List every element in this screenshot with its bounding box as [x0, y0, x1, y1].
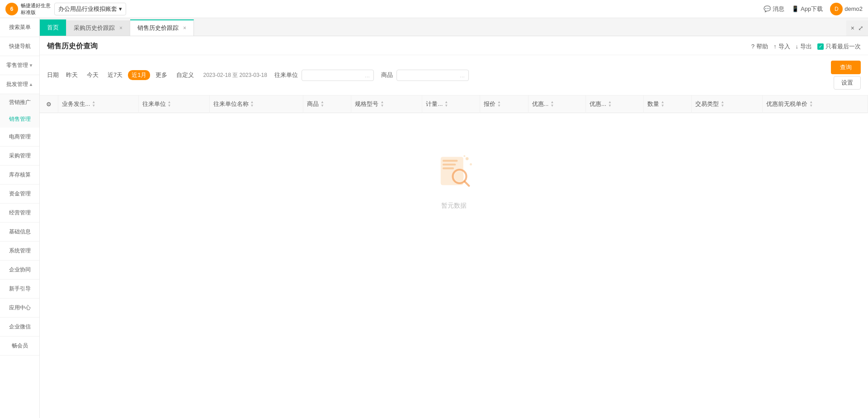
app-download-btn[interactable]: 📱 App下载	[792, 5, 823, 13]
svg-point-8	[470, 163, 472, 166]
sidebar-item-system[interactable]: 系统管理	[0, 242, 39, 261]
sidebar-item-finance[interactable]: 资金管理	[0, 185, 39, 204]
sidebar-item-enterprise[interactable]: 企业协同	[0, 261, 39, 280]
date-label: 日期	[47, 71, 59, 79]
message-btn[interactable]: 💬 消息	[764, 5, 784, 13]
sidebar-item-wechat[interactable]: 企业微信	[0, 318, 39, 337]
header-right: 💬 消息 📱 App下载 D demo2	[764, 3, 863, 15]
sort-icon: ▲▼	[92, 100, 95, 108]
date-range-display: 2023-02-18 至 2023-03-18	[203, 71, 267, 79]
tab-home[interactable]: 首页	[40, 19, 66, 36]
sidebar-item-quicknav[interactable]: 快捷导航	[0, 37, 39, 56]
goods-filter-group: 商品 ...	[381, 70, 469, 81]
date-opt-more[interactable]: 更多	[152, 70, 171, 80]
close-purchase-tab-icon[interactable]: ×	[119, 25, 123, 31]
chevron-down-icon: ▾	[119, 5, 122, 12]
th-counterpart-name[interactable]: 往来单位名称 ▲▼	[209, 95, 303, 113]
tab-sales-history[interactable]: 销售历史价跟踪 ×	[130, 19, 194, 36]
th-goods[interactable]: 商品 ▲▼	[303, 95, 351, 113]
sidebar-item-appstore[interactable]: 应用中心	[0, 299, 39, 318]
top-header: 6 畅捷通好生意 标准版 办公用品行业模拟账套 ▾ 💬 消息 📱 App下载 D…	[0, 0, 868, 18]
maximize-tab-btn[interactable]: ⤢	[858, 24, 863, 32]
workspace-dropdown[interactable]: 办公用品行业模拟账套 ▾	[54, 3, 126, 15]
chevron-up-icon: ▲	[29, 82, 33, 87]
date-opt-custom[interactable]: 自定义	[173, 70, 198, 80]
svg-rect-1	[443, 160, 458, 162]
date-opt-yesterday[interactable]: 昨天	[62, 70, 81, 80]
sort-icon: ▲▼	[550, 100, 554, 108]
only-last-checkbox[interactable]: ✓ 只看最后一次	[817, 43, 861, 51]
chevron-down-icon: ▼	[29, 63, 33, 68]
sort-icon: ▲▼	[380, 100, 384, 108]
settings-button[interactable]: 设置	[834, 76, 861, 90]
help-btn[interactable]: ? 帮助	[751, 43, 768, 51]
sidebar-item-search[interactable]: 搜索菜单	[0, 18, 39, 37]
sidebar-item-ecommerce[interactable]: 电商管理	[0, 128, 39, 147]
checkbox-icon: ✓	[817, 43, 824, 50]
date-opt-1month[interactable]: 近1月	[128, 70, 150, 80]
sidebar-item-inventory[interactable]: 库存核算	[0, 166, 39, 185]
sort-icon: ▲▼	[721, 100, 724, 108]
page-title: 销售历史价查询	[47, 42, 98, 51]
date-opt-7days[interactable]: 近7天	[104, 70, 126, 80]
counterpart-filter-group: 往来单位 ...	[274, 70, 374, 81]
th-unit[interactable]: 计量... ▲▼	[422, 95, 480, 113]
sidebar: 搜索菜单 快捷导航 零售管理 ▼ 批发管理 ▲ 营销推广 销售管理 电商管理 采…	[0, 18, 40, 418]
th-spec[interactable]: 规格型号 ▲▼	[351, 95, 422, 113]
export-icon: ↓	[796, 43, 799, 50]
counterpart-input[interactable]: ...	[302, 70, 374, 81]
tab-bar: 首页 采购历史价跟踪 × 销售历史价跟踪 × × ⤢	[40, 18, 868, 36]
sort-icon: ▲▼	[168, 100, 171, 108]
th-quote[interactable]: 报价 ▲▼	[480, 95, 528, 113]
sort-icon: ▲▼	[250, 100, 254, 108]
goods-input[interactable]: ...	[396, 70, 469, 81]
sort-icon: ▲▼	[497, 100, 501, 108]
query-button[interactable]: 查询	[831, 61, 861, 74]
goods-label: 商品	[381, 71, 393, 79]
close-tab-btn[interactable]: ×	[851, 24, 854, 32]
gear-icon: ⚙	[46, 101, 52, 108]
empty-text: 暂元数据	[441, 202, 467, 210]
th-discount2[interactable]: 优惠... ▲▼	[586, 95, 644, 113]
sidebar-item-basic-info[interactable]: 基础信息	[0, 223, 39, 242]
th-discount1[interactable]: 优惠... ▲▼	[528, 95, 586, 113]
empty-state: 暂元数据	[40, 113, 868, 246]
sidebar-item-operations[interactable]: 经营管理	[0, 204, 39, 223]
sidebar-item-wholesale[interactable]: 批发管理 ▲	[0, 75, 39, 94]
sidebar-item-retail[interactable]: 零售管理 ▼	[0, 56, 39, 75]
tab-purchase-history[interactable]: 采购历史价跟踪 ×	[66, 20, 130, 36]
th-trade-type[interactable]: 交易类型 ▲▼	[692, 95, 763, 113]
user-menu[interactable]: D demo2	[830, 3, 863, 15]
svg-rect-3	[443, 167, 454, 169]
th-biz-date[interactable]: 业务发生... ▲▼	[58, 95, 138, 113]
empty-state-icon	[431, 149, 476, 195]
close-sales-tab-icon[interactable]: ×	[183, 25, 186, 31]
tab-actions: × ⤢	[846, 20, 868, 36]
svg-point-9	[463, 155, 465, 157]
th-pretax-price[interactable]: 优惠前无税单价 ▲▼	[763, 95, 868, 113]
sort-icon: ▲▼	[444, 100, 448, 108]
counterpart-dots: ...	[365, 72, 370, 79]
import-btn[interactable]: ↑ 导入	[774, 43, 790, 51]
th-settings[interactable]: ⚙	[40, 95, 58, 113]
date-opt-today[interactable]: 今天	[83, 70, 102, 80]
sidebar-item-guide[interactable]: 新手引导	[0, 280, 39, 299]
import-icon: ↑	[774, 43, 777, 50]
goods-dots: ...	[460, 72, 465, 79]
sidebar-item-marketing[interactable]: 营销推广	[0, 94, 39, 111]
th-quantity[interactable]: 数量 ▲▼	[643, 95, 692, 113]
sidebar-item-members[interactable]: 畅会员	[0, 337, 39, 356]
date-options: 昨天 今天 近7天 近1月 更多 自定义	[62, 70, 198, 80]
sidebar-item-purchase[interactable]: 采购管理	[0, 147, 39, 166]
export-btn[interactable]: ↓ 导出	[796, 43, 812, 51]
table-container: ⚙ 业务发生... ▲▼ 往来单位	[40, 95, 868, 418]
sort-icon: ▲▼	[809, 100, 813, 108]
sidebar-item-sales[interactable]: 销售管理	[0, 111, 39, 128]
filter-bar: 日期 昨天 今天 近7天 近1月 更多 自定义 2023-02-18 至 202…	[40, 55, 868, 95]
svg-rect-2	[443, 164, 456, 166]
page-header: 销售历史价查询 ? 帮助 ↑ 导入 ↓ 导出 ✓	[40, 36, 868, 55]
svg-line-5	[464, 181, 469, 186]
logo-text: 畅捷通好生意 标准版	[21, 2, 51, 15]
th-counterpart[interactable]: 往来单位 ▲▼	[138, 95, 209, 113]
sort-icon: ▲▼	[661, 100, 665, 108]
